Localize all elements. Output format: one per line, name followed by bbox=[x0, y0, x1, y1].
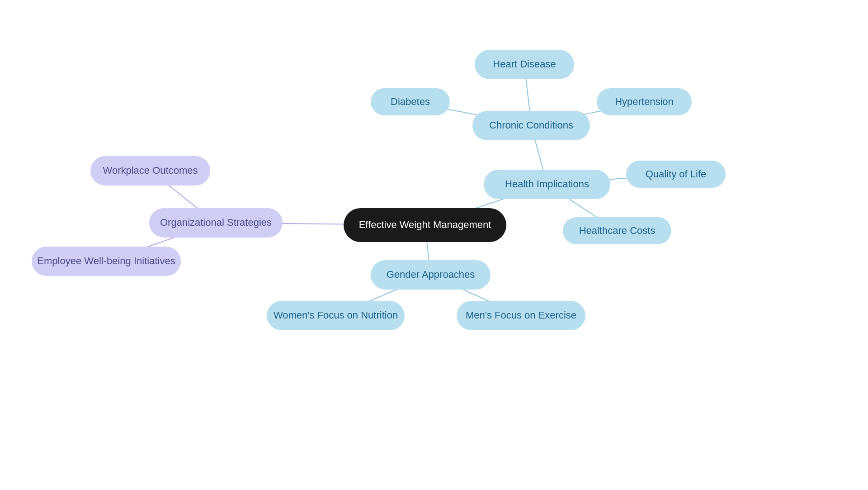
organizational-strategies-node[interactable]: Organizational Strategies bbox=[149, 208, 283, 238]
diabetes-node[interactable]: Diabetes bbox=[371, 88, 450, 115]
center-node[interactable]: Effective Weight Management bbox=[344, 208, 506, 242]
workplace-outcomes-label: Workplace Outcomes bbox=[103, 164, 198, 177]
hypertension-node[interactable]: Hypertension bbox=[597, 88, 692, 115]
heart-disease-label: Heart Disease bbox=[493, 58, 556, 71]
health-implications-node[interactable]: Health Implications bbox=[484, 170, 610, 199]
womens-focus-label: Women's Focus on Nutrition bbox=[274, 309, 398, 322]
diabetes-label: Diabetes bbox=[391, 95, 430, 109]
chronic-conditions-label: Chronic Conditions bbox=[489, 119, 573, 132]
heart-disease-node[interactable]: Heart Disease bbox=[475, 50, 574, 79]
chronic-conditions-node[interactable]: Chronic Conditions bbox=[472, 111, 590, 140]
mens-focus-node[interactable]: Men's Focus on Exercise bbox=[457, 301, 585, 330]
hypertension-label: Hypertension bbox=[615, 95, 674, 109]
mens-focus-label: Men's Focus on Exercise bbox=[466, 309, 576, 322]
gender-approaches-node[interactable]: Gender Approaches bbox=[371, 260, 491, 290]
organizational-strategies-label: Organizational Strategies bbox=[160, 216, 272, 229]
healthcare-costs-node[interactable]: Healthcare Costs bbox=[563, 217, 671, 244]
womens-focus-node[interactable]: Women's Focus on Nutrition bbox=[267, 301, 405, 330]
health-implications-label: Health Implications bbox=[505, 178, 589, 191]
center-label: Effective Weight Management bbox=[359, 219, 491, 232]
quality-of-life-label: Quality of Life bbox=[646, 168, 707, 181]
workplace-outcomes-node[interactable]: Workplace Outcomes bbox=[90, 156, 210, 186]
gender-approaches-label: Gender Approaches bbox=[387, 268, 475, 281]
quality-of-life-node[interactable]: Quality of Life bbox=[626, 161, 726, 188]
employee-wellbeing-label: Employee Well-being Initiatives bbox=[37, 255, 175, 268]
healthcare-costs-label: Healthcare Costs bbox=[579, 224, 656, 238]
employee-wellbeing-node[interactable]: Employee Well-being Initiatives bbox=[32, 247, 181, 276]
